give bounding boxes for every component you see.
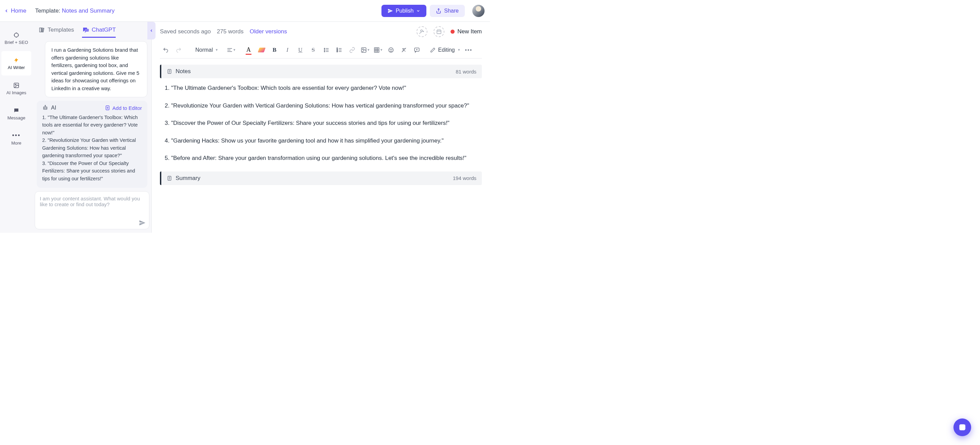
new-item-button[interactable]: New Item [450,28,482,35]
emoji-button[interactable] [385,44,397,56]
back-home-link[interactable]: Home [4,8,26,14]
paragraph-style-dropdown[interactable]: Normal ▾ [191,44,219,56]
chat-ai-card: AI Add to Editor 1. "The Ultimate Garden… [37,101,147,188]
svg-point-49 [390,49,391,50]
svg-text:3: 3 [337,50,337,52]
sidebar-item-ai-writer[interactable]: AI Writer [2,51,31,76]
support-chat-button[interactable] [953,418,971,436]
numbered-list-button[interactable]: 123 [334,44,345,56]
align-dropdown[interactable]: ▾ [225,44,237,56]
status-dot-icon [450,30,455,34]
chevron-down-icon: ▾ [368,48,369,52]
link-button[interactable] [347,44,358,56]
more-icon: ••• [13,132,20,139]
section-summary-header[interactable]: Summary 194 words [160,172,482,185]
share-label: Share [444,8,459,14]
redo-icon [176,47,182,53]
older-versions-link[interactable]: Older versions [250,28,287,35]
svg-point-12 [44,108,45,108]
user-avatar[interactable] [472,5,485,17]
more-icon: ••• [465,47,473,53]
document-area[interactable]: Notes 81 words 1. "The Ultimate Gardener… [160,59,482,233]
publish-button[interactable]: Publish [382,5,426,17]
tab-chatgpt[interactable]: ChatGPT [82,27,116,38]
paragraph[interactable]: 3. "Discover the Power of Our Specialty … [160,119,482,127]
chat-user-message: I run a Gardening Solutions brand that o… [45,41,147,97]
pencil-icon [430,47,436,53]
chat-panel: Templates ChatGPT I run a Gardening Solu… [33,22,152,233]
image-icon [361,47,367,53]
add-user-button[interactable] [417,26,427,37]
svg-point-13 [46,108,46,108]
publish-label: Publish [396,8,414,14]
schedule-button[interactable] [434,26,444,37]
section-title: Notes [176,68,191,75]
bullet-list-button[interactable] [321,44,332,56]
svg-rect-43 [374,48,379,52]
saved-label: Saved seconds ago [160,28,211,35]
strikethrough-button[interactable]: S [308,44,319,56]
chat-input[interactable] [40,195,144,219]
sidebar-item-more[interactable]: ••• More [2,127,31,151]
sidebar-item-message[interactable]: Message [2,102,31,126]
clear-format-button[interactable] [398,44,410,56]
sidebar-item-label: Brief + SEO [5,40,28,45]
editor-toolbar: Normal ▾ ▾ A B I U S 123 ▾ ▾ [160,41,482,59]
bold-button[interactable]: B [269,44,280,56]
ai-label: AI [51,105,56,111]
redo-button[interactable] [173,44,185,56]
underline-button[interactable]: U [295,44,306,56]
italic-button[interactable]: I [282,44,293,56]
paragraph[interactable]: 5. "Before and After: Share your garden … [160,154,482,163]
text-color-button[interactable]: A [243,44,255,56]
add-to-editor-button[interactable]: Add to Editor [105,105,142,111]
sidebar-item-label: AI Writer [8,65,25,70]
align-left-icon [227,47,233,53]
chevron-down-icon: ▾ [234,48,235,52]
svg-point-7 [15,84,16,85]
top-bar: Home Template: Notes and Summary Publish… [0,0,490,22]
template-label: Template: Notes and Summary [35,8,115,14]
share-icon [436,8,441,14]
templates-icon [39,27,45,33]
bold-icon: B [272,47,276,53]
svg-rect-8 [40,28,41,32]
highlight-button[interactable] [256,44,267,56]
editor-panel: Saved seconds ago 275 words Older versio… [152,22,490,233]
more-toolbar-button[interactable]: ••• [463,44,474,56]
add-to-editor-label: Add to Editor [112,105,142,111]
table-dropdown[interactable]: ▾ [372,44,384,56]
chevron-down-icon: ▾ [216,48,218,52]
svg-rect-22 [437,30,441,34]
sidebar-item-label: Message [8,115,25,121]
svg-rect-10 [43,28,44,32]
editing-mode-dropdown[interactable]: Editing ▾ [429,44,462,56]
collapse-panel-button[interactable] [147,22,156,40]
template-name-link[interactable]: Notes and Summary [62,8,115,14]
chat-icon [82,27,89,33]
new-item-label: New Item [457,28,482,35]
sidebar-item-brief-seo[interactable]: Brief + SEO [2,26,31,50]
left-sidebar: Brief + SEO AI Writer AI Images Message … [0,22,33,233]
comment-button[interactable] [411,44,423,56]
svg-point-31 [324,49,325,50]
section-notes-header[interactable]: Notes 81 words [160,65,482,78]
table-icon [374,47,380,53]
undo-button[interactable] [160,44,172,56]
chevron-down-icon: ▾ [458,48,460,52]
share-button[interactable]: Share [430,5,465,17]
tab-templates[interactable]: Templates [39,27,74,38]
paragraph[interactable]: 1. "The Ultimate Gardener's Toolbox: Whi… [160,84,482,92]
svg-point-29 [324,48,325,49]
chevron-down-icon: ▾ [380,48,382,52]
image-dropdown[interactable]: ▾ [360,44,371,56]
strikethrough-icon: S [312,47,315,53]
send-button[interactable] [139,219,146,226]
robot-icon [42,105,48,111]
paragraph[interactable]: 4. "Gardening Hacks: Show us your favori… [160,137,482,145]
sidebar-item-ai-images[interactable]: AI Images [2,76,31,101]
svg-point-15 [45,105,46,106]
notes-icon [167,69,172,74]
bullet-list-icon [323,47,329,53]
paragraph[interactable]: 2. "Revolutionize Your Garden with Verti… [160,102,482,110]
